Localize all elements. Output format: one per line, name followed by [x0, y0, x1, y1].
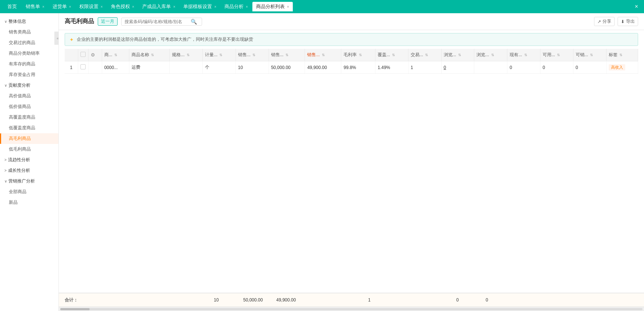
sidebar-section-trend[interactable]: > 流趋性分析 [0, 155, 58, 165]
sidebar-item-stocked-goods[interactable]: 有库存的商品 [0, 59, 58, 69]
search-icon[interactable]: 🔍 [191, 19, 197, 25]
col-header-sale-qty[interactable]: 销售... ⇅ [235, 49, 269, 61]
footer-cell-spacer2 [307, 297, 337, 303]
sort-icon: ⇅ [491, 53, 494, 57]
export-icon: ⬇ [621, 19, 625, 24]
cell-spec [170, 61, 203, 74]
sidebar-item-low-margin[interactable]: 低毛利商品 [0, 144, 58, 155]
sidebar-item-high-value[interactable]: 高价值商品 [0, 91, 58, 101]
sort-icon: ⇅ [524, 53, 527, 57]
chevron-down-icon: ∨ [4, 19, 7, 23]
col-header-checkbox [78, 49, 88, 61]
sidebar-item-traded-goods[interactable]: 交易过的商品 [0, 37, 58, 48]
info-banner: ✦ 企业的主要的利润都是这部分商品创造的，可考虑加大推广，同时关注库存是不要出现… [65, 33, 638, 46]
nav-tab-analysis[interactable]: 商品分析 × [221, 2, 252, 11]
col-header-index [65, 49, 78, 61]
window-close-button[interactable]: × [632, 3, 641, 10]
sidebar-item-high-coverage[interactable]: 高覆盖度商品 [0, 112, 58, 123]
close-icon[interactable]: × [214, 5, 216, 9]
sort-icon: ⇅ [359, 53, 362, 57]
close-icon[interactable]: × [173, 5, 175, 9]
sidebar: « ∨ 整体信息 销售类商品 交易过的商品 商品分类助销率 有库存的商品 库存资… [0, 13, 59, 311]
sidebar-item-high-margin[interactable]: 高毛利商品 [0, 133, 58, 144]
page-title: 高毛利商品 [65, 18, 94, 25]
cell-sale-amount: 50,000.00 [269, 61, 305, 74]
sidebar-collapse-button[interactable]: « [54, 32, 59, 45]
nav-tab-role[interactable]: 角色授权 × [107, 2, 138, 11]
cell-view1[interactable]: 0 [441, 61, 474, 74]
sidebar-section-contribution[interactable]: ∨ 贡献度分析 [0, 80, 58, 91]
nav-tab-purchase[interactable]: 进货单 × [49, 2, 75, 11]
col-header-spec[interactable]: 规格... ⇅ [170, 49, 203, 61]
row-checkbox[interactable] [80, 64, 86, 69]
nav-tab-permission[interactable]: 权限设置 × [76, 2, 107, 11]
cell-unit: 个 [203, 61, 236, 74]
col-header-code[interactable]: 商... ⇅ [102, 49, 129, 61]
col-header-view2[interactable]: 浏览... ⇅ [474, 49, 507, 61]
export-button[interactable]: ⬇ 导出 [618, 17, 638, 26]
share-button[interactable]: ↗ 分享 [594, 17, 615, 26]
close-icon[interactable]: × [101, 5, 103, 9]
top-nav: 首页 销售单 × 进货单 × 权限设置 × 角色授权 × 产成品入库单 × 单据… [0, 0, 644, 13]
cell-available-stock: 0 [540, 61, 573, 74]
sort-icon: ⇅ [187, 53, 190, 57]
info-icon: ✦ [69, 37, 74, 43]
select-all-checkbox[interactable] [80, 52, 86, 57]
sidebar-item-low-value[interactable]: 低价值商品 [0, 101, 58, 112]
col-header-settings[interactable]: ⚙ [88, 49, 102, 61]
footer-cell-available-stock: 0 [483, 297, 513, 303]
time-filter-button[interactable]: 近一月 [98, 17, 118, 26]
bottom-scrollbar[interactable] [59, 307, 644, 311]
sidebar-item-new-goods[interactable]: 新品 [0, 197, 58, 208]
scrollbar-thumb[interactable] [60, 308, 90, 310]
sort-icon: ⇅ [322, 53, 325, 57]
sidebar-section-overall[interactable]: ∨ 整体信息 [0, 16, 58, 27]
col-header-unit[interactable]: 计量... ⇅ [203, 49, 236, 61]
col-header-sale-cost[interactable]: 销售... ⇅ [305, 49, 341, 61]
cell-sale-qty: 10 [235, 61, 269, 74]
table-container: ⚙ 商... ⇅ 商品名称 ⇅ 规格... ⇅ [59, 49, 644, 293]
col-header-saleable-stock[interactable]: 可销... ⇅ [573, 49, 606, 61]
close-icon[interactable]: × [42, 5, 44, 9]
chevron-right-icon: > [4, 158, 7, 162]
col-header-coverage[interactable]: 覆盖... ⇅ [375, 49, 408, 61]
col-header-available-stock[interactable]: 可用... ⇅ [540, 49, 573, 61]
share-icon: ↗ [597, 19, 601, 24]
footer-total: 合计： 10 50,000.00 49,900.00 1 0 0 [59, 293, 644, 307]
close-icon[interactable]: × [69, 5, 71, 9]
sidebar-item-low-coverage[interactable]: 低覆盖度商品 [0, 123, 58, 133]
col-header-name[interactable]: 商品名称 ⇅ [129, 49, 170, 61]
close-icon[interactable]: × [246, 5, 248, 9]
footer-cell-sale-cost: 49,900.00 [274, 297, 307, 303]
search-input[interactable] [125, 19, 191, 24]
sidebar-item-all-goods[interactable]: 全部商品 [0, 187, 58, 197]
nav-tab-sales[interactable]: 销售单 × [22, 2, 48, 11]
nav-home[interactable]: 首页 [3, 2, 21, 11]
footer-cell-current-stock: 0 [454, 297, 483, 303]
nav-tab-inbound[interactable]: 产成品入库单 × [138, 2, 179, 11]
nav-tab-template[interactable]: 单据模板设置 × [180, 2, 220, 11]
close-icon[interactable]: × [287, 5, 289, 9]
sidebar-item-sales-goods[interactable]: 销售类商品 [0, 27, 58, 37]
cell-saleable-stock: 0 [573, 61, 606, 74]
cell-code: 0000... [102, 61, 129, 74]
col-header-sale-amount[interactable]: 销售... ⇅ [269, 49, 305, 61]
nav-tab-analysis-list[interactable]: 商品分析列表 × [252, 2, 293, 11]
sidebar-item-category-rate[interactable]: 商品分类助销率 [0, 48, 58, 59]
col-header-gross-margin[interactable]: 毛利率 ⇅ [341, 49, 375, 61]
footer-cell-spacer5 [425, 297, 454, 303]
col-header-trade[interactable]: 交易... ⇅ [408, 49, 441, 61]
cell-settings [88, 61, 102, 74]
col-header-view1[interactable]: 浏览... ⇅ [441, 49, 474, 61]
close-icon[interactable]: × [132, 5, 134, 9]
sidebar-section-growth[interactable]: > 成长性分析 [0, 165, 58, 176]
sort-icon: ⇅ [151, 53, 154, 57]
cell-checkbox[interactable] [78, 61, 88, 74]
sort-icon: ⇅ [252, 53, 255, 57]
sidebar-section-marketing[interactable]: ∨ 营销推广分析 [0, 176, 58, 187]
col-header-tag[interactable]: 标签 ⇅ [606, 49, 638, 61]
sort-icon: ⇅ [392, 53, 395, 57]
sidebar-item-stock-capital[interactable]: 库存资金占用 [0, 69, 58, 80]
col-header-current-stock[interactable]: 现有... ⇅ [507, 49, 540, 61]
chevron-down-icon: ∨ [4, 83, 7, 87]
